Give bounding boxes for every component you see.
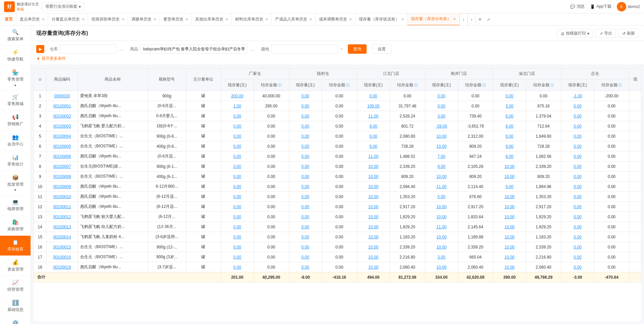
close-icon[interactable]: ✕ bbox=[42, 17, 45, 21]
sidebar-item-purchase[interactable]: 🛍️ 采购管理 bbox=[0, 216, 31, 236]
tab-next-btn[interactable]: › bbox=[468, 13, 476, 26]
goods-input[interactable] bbox=[140, 44, 248, 54]
close-icon[interactable]: ✕ bbox=[401, 17, 404, 21]
na-amt-info-icon[interactable]: ⓘ bbox=[481, 83, 486, 87]
close-icon[interactable]: ✕ bbox=[154, 17, 156, 21]
sidebar-item-nav[interactable]: ⚡ 快捷导航 bbox=[0, 46, 31, 66]
close-icon[interactable]: ✕ bbox=[185, 17, 188, 21]
industry-selector[interactable]: 母婴行业演示陈套 ▾ bbox=[42, 2, 85, 11]
sidebar-item-operations[interactable]: 📈 经营管理 bbox=[0, 276, 31, 296]
settings-icon[interactable]: ⚙ bbox=[38, 77, 42, 82]
warehouse-ellipsis-btn[interactable]: ... bbox=[118, 46, 125, 52]
cell-unit: 罐 bbox=[186, 242, 221, 252]
cell-no: 3 bbox=[34, 111, 46, 121]
app-download-action[interactable]: 📱 App下载 bbox=[590, 4, 611, 9]
tab-product-inbound[interactable]: 产成品入库单历史 ✕ bbox=[272, 13, 316, 26]
query-btn[interactable]: 查询 bbox=[348, 44, 367, 54]
cell-na-qty: 10.00 bbox=[425, 242, 458, 252]
cell-name: 合生元（BIOSTIME）... bbox=[78, 172, 148, 182]
cell-jb-qty: 10.00 bbox=[357, 262, 390, 272]
sidebar-item-wholesale[interactable]: 📦 批发管理 ▼ bbox=[0, 171, 31, 195]
page-actions: 🖨 按模版打印 ▾ ↗ 导出 ↺ 刷新 bbox=[557, 29, 639, 38]
tab-stock-status[interactable]: 现存量（库存状况表） ✕ bbox=[356, 13, 408, 26]
cell-na-amt: 2,060.40 bbox=[458, 262, 493, 272]
cell-f-amt: 0.00 bbox=[254, 262, 289, 272]
user-area[interactable]: E demo2 bbox=[617, 2, 640, 11]
sidebar-item-retail-mall[interactable]: 🛒 零售商城 bbox=[0, 90, 31, 110]
cell-f-amt: 0.00 bbox=[254, 222, 289, 232]
cell-jb-amt: 2,080.80 bbox=[390, 131, 425, 141]
close-icon[interactable]: ✕ bbox=[453, 17, 456, 21]
cell-l-qty: 0.00 bbox=[289, 151, 322, 161]
close-icon[interactable]: ✕ bbox=[265, 17, 268, 21]
cell-jb-qty: 9.00 bbox=[357, 141, 390, 151]
close-icon[interactable]: ✕ bbox=[309, 17, 312, 21]
cell-jb-amt: 0.00 bbox=[390, 91, 425, 101]
sidebar-item-retail-stats[interactable]: 📊 零售统计 bbox=[0, 151, 31, 171]
tab-expand-btn[interactable]: ⤢ bbox=[484, 13, 493, 26]
cell-yb-qty: 10.00 bbox=[493, 232, 526, 242]
tab-other-outbound[interactable]: 其他出库单历史 ✕ bbox=[192, 13, 232, 26]
cell-na-qty: 11.00 bbox=[425, 222, 458, 232]
t-amt-info-icon[interactable]: ⓘ bbox=[618, 83, 622, 87]
cell-l-qty: 0.00 bbox=[289, 131, 322, 141]
yb-amt-info-icon[interactable]: ⓘ bbox=[549, 83, 554, 87]
tab-prev-btn[interactable]: ‹ bbox=[460, 13, 468, 26]
tab-cost-adjust[interactable]: 成本调整单历史 ✕ bbox=[316, 13, 356, 26]
tab-home[interactable]: 首页 bbox=[1, 13, 16, 26]
sidebar-item-inventory[interactable]: 📋 库存核算 bbox=[0, 236, 31, 256]
th-jb-amt: 结存金额 ⓘ bbox=[390, 80, 425, 91]
settings-btn[interactable]: 设置 bbox=[372, 44, 391, 54]
expand-conditions[interactable]: ▼ 展开更多条件 bbox=[36, 56, 639, 61]
cell-current bbox=[629, 172, 641, 182]
tab-material-outbound[interactable]: 材料出库单历史 ✕ bbox=[232, 13, 272, 26]
sidebar-item-finance[interactable]: 💰 资金管理 bbox=[0, 256, 31, 276]
sidebar-item-basic-info[interactable]: ℹ️ 基础信息 bbox=[0, 296, 31, 316]
tab-purchase-order[interactable]: 要货单历史 ✕ bbox=[160, 13, 192, 26]
export-btn[interactable]: ↗ 导出 bbox=[596, 29, 616, 38]
tab-transfer[interactable]: 调拨单历史 ✕ bbox=[128, 13, 160, 26]
sidebar-item-member[interactable]: 👥 会员中心 bbox=[0, 131, 31, 151]
th-yubei-store: 渝北门店 bbox=[493, 68, 561, 80]
print-btn[interactable]: 🖨 按模版打印 ▾ bbox=[557, 29, 593, 38]
table-row: 8 00100007 合生元(BIOSTIME)派... 900g (6-1..… bbox=[34, 161, 641, 172]
tab-stock-dist-active[interactable]: 现存量（库存分布表） ✕ bbox=[408, 13, 460, 26]
sidebar-item-ecommerce[interactable]: 💻 电商管理 bbox=[0, 195, 31, 216]
jb-amt-info-icon[interactable]: ⓘ bbox=[413, 83, 418, 87]
refresh-btn[interactable]: ↺ 刷新 bbox=[619, 29, 639, 38]
warehouse-input[interactable] bbox=[60, 44, 116, 54]
close-icon[interactable]: ✕ bbox=[82, 17, 85, 21]
cell-f-amt: 0.00 bbox=[254, 131, 289, 141]
sidebar-item-retail-mgmt[interactable]: 🏪 零售管理 ▲ bbox=[0, 66, 31, 90]
tab-inventory-check[interactable]: 盘点单历史 ✕ bbox=[16, 13, 48, 26]
message-action[interactable]: 💬 消息 bbox=[570, 4, 585, 9]
close-icon[interactable]: ✕ bbox=[349, 17, 352, 21]
table-row: 12 00100011 惠氏启醒（Wyeth illu... (6-12月适..… bbox=[34, 202, 641, 212]
th-f-qty: 现存量(主) bbox=[221, 80, 254, 91]
close-icon[interactable]: ✕ bbox=[225, 17, 228, 21]
f-amt-info-icon[interactable]: ⓘ bbox=[277, 83, 281, 87]
search-icon: 🔍 bbox=[12, 29, 19, 35]
sidebar-item-marketing[interactable]: 📢 营销推广 bbox=[0, 110, 31, 131]
summary-f-amt: 40,295.00 bbox=[254, 272, 289, 282]
tab-assembly[interactable]: 组装拆卸单历史 ✕ bbox=[88, 13, 128, 26]
cell-current bbox=[629, 262, 641, 272]
cell-code: 00100018 bbox=[46, 262, 78, 272]
sidebar-item-system[interactable]: ⚙️ 系统管理 bbox=[0, 316, 31, 324]
cell-f-qty: 0.00 bbox=[221, 222, 254, 232]
close-icon[interactable]: ✕ bbox=[122, 17, 124, 21]
logo-text: 畅捷通好生意 标版 bbox=[17, 2, 39, 11]
tab-close-all-btn[interactable]: ✕ bbox=[476, 13, 484, 26]
sidebar-item-search[interactable]: 🔍 搜索英单 bbox=[0, 26, 31, 46]
cell-spec: (6-12月适... bbox=[148, 192, 186, 202]
tab-sub-inventory[interactable]: 分量盘点单历史 ✕ bbox=[48, 13, 88, 26]
color-input[interactable] bbox=[271, 44, 338, 54]
th-name: 商品名称 bbox=[78, 68, 148, 91]
cell-yb-amt: 2,917.20 bbox=[526, 202, 561, 212]
cell-name: 惠氏启醒（Wyeth illu... bbox=[78, 262, 148, 272]
collapse-btn[interactable]: ▶ bbox=[36, 45, 44, 53]
goods-ellipsis-btn[interactable]: ... bbox=[250, 46, 256, 52]
summary-yb-amt: 49,798.29 bbox=[526, 272, 561, 282]
cell-code: 0000003 bbox=[46, 91, 78, 101]
l-amt-info-icon[interactable]: ⓘ bbox=[345, 83, 350, 87]
